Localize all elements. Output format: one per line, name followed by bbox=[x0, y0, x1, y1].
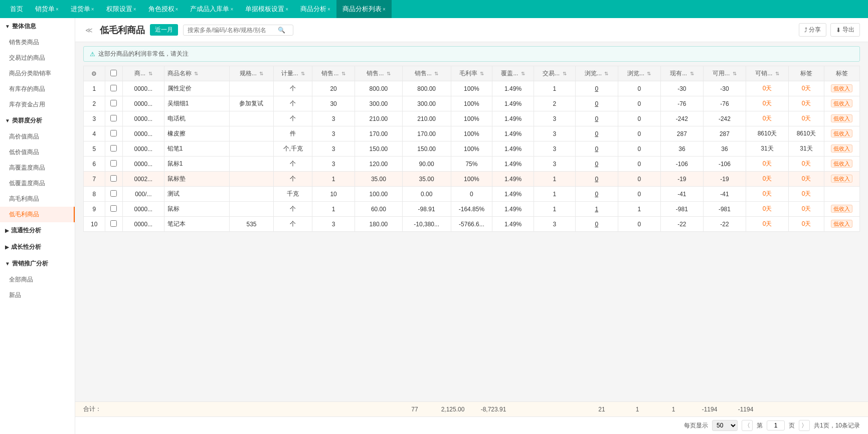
cell-browse1[interactable]: 0 bbox=[575, 141, 618, 157]
th-spec[interactable]: 规格... ⇅ bbox=[229, 66, 274, 81]
th-browse1[interactable]: 浏览... ⇅ bbox=[575, 66, 618, 81]
nav-sales[interactable]: 销货单 × bbox=[29, 0, 65, 18]
th-trade[interactable]: 交易... ⇅ bbox=[534, 66, 575, 81]
row-checkbox[interactable] bbox=[110, 100, 117, 106]
cell-browse1[interactable]: 0 bbox=[575, 126, 618, 141]
row-checkbox[interactable] bbox=[110, 220, 117, 227]
filter-period-button[interactable]: 近一月 bbox=[150, 24, 178, 36]
th-gross[interactable]: 毛利率 ⇅ bbox=[451, 66, 492, 81]
cell-checkbox[interactable] bbox=[105, 96, 122, 111]
sidebar-item-high-coverage[interactable]: 高覆盖度商品 bbox=[0, 160, 75, 176]
nav-goods-analysis[interactable]: 商品分析 × bbox=[294, 0, 336, 18]
row-checkbox[interactable] bbox=[110, 190, 117, 197]
nav-close-product-entry[interactable]: × bbox=[230, 7, 233, 12]
nav-close-permission[interactable]: × bbox=[133, 7, 136, 12]
search-input[interactable] bbox=[188, 27, 278, 34]
sidebar-item-new-goods[interactable]: 新品 bbox=[0, 287, 75, 303]
th-checkbox[interactable] bbox=[105, 66, 122, 81]
search-icon[interactable]: 🔍 bbox=[278, 27, 285, 34]
row-checkbox[interactable] bbox=[110, 145, 117, 152]
th-browse2[interactable]: 浏览... ⇅ bbox=[618, 66, 660, 81]
browse1-link[interactable]: 0 bbox=[595, 176, 598, 183]
nav-home[interactable]: 首页 bbox=[4, 0, 29, 18]
sidebar-item-low-coverage[interactable]: 低覆盖度商品 bbox=[0, 176, 75, 191]
sidebar-item-category-rate[interactable]: 商品分类助销率 bbox=[0, 66, 75, 81]
th-days[interactable]: 标签 bbox=[789, 66, 824, 81]
row-checkbox[interactable] bbox=[110, 175, 117, 182]
th-sale3[interactable]: 销售... ⇅ bbox=[402, 66, 451, 81]
cell-checkbox[interactable] bbox=[105, 202, 122, 217]
browse1-link[interactable]: 0 bbox=[595, 85, 598, 92]
browse1-link[interactable]: 0 bbox=[595, 221, 598, 228]
th-cover[interactable]: 覆盖... ⇅ bbox=[492, 66, 534, 81]
nav-goods-analysis-list[interactable]: 商品分析列表 × bbox=[336, 0, 392, 18]
sidebar-item-low-value[interactable]: 低价值商品 bbox=[0, 144, 75, 160]
cell-browse1[interactable]: 0 bbox=[575, 157, 618, 172]
row-checkbox[interactable] bbox=[110, 85, 117, 91]
sidebar-item-stock-capital[interactable]: 库存资金占用 bbox=[0, 97, 75, 112]
th-avail[interactable]: 可用... ⇅ bbox=[703, 66, 746, 81]
export-button[interactable]: ⬇ 导出 bbox=[830, 23, 860, 37]
sidebar-item-sales-goods[interactable]: 销售类商品 bbox=[0, 35, 75, 50]
select-all-checkbox[interactable] bbox=[110, 70, 117, 76]
sidebar-item-low-gross[interactable]: 低毛利商品 bbox=[0, 207, 75, 222]
row-checkbox[interactable] bbox=[110, 205, 117, 212]
sidebar-group-cluster-title[interactable]: ▼ 类群度分析 bbox=[0, 112, 75, 129]
cell-browse1[interactable]: 0 bbox=[575, 217, 618, 232]
browse1-link[interactable]: 0 bbox=[595, 161, 598, 168]
page-size-select[interactable]: 50 20 100 bbox=[712, 420, 738, 431]
sidebar-collapse-button[interactable]: ≪ bbox=[83, 26, 95, 34]
nav-close-role[interactable]: × bbox=[176, 7, 179, 12]
row-checkbox[interactable] bbox=[110, 160, 117, 167]
cell-checkbox[interactable] bbox=[105, 187, 122, 202]
cell-checkbox[interactable] bbox=[105, 217, 122, 232]
cell-checkbox[interactable] bbox=[105, 172, 122, 187]
th-name[interactable]: 商品名称 ⇅ bbox=[164, 66, 229, 81]
nav-close-template[interactable]: × bbox=[285, 7, 288, 12]
sidebar-group-overall-title[interactable]: ▼ 整体信息 bbox=[0, 18, 75, 35]
nav-permission[interactable]: 权限设置 × bbox=[100, 0, 142, 18]
th-settings[interactable]: ⚙ bbox=[84, 66, 105, 81]
th-code[interactable]: 商... ⇅ bbox=[122, 66, 164, 81]
sidebar-item-traded-goods[interactable]: 交易过的商品 bbox=[0, 50, 75, 66]
cell-checkbox[interactable] bbox=[105, 141, 122, 157]
cell-browse1[interactable]: 0 bbox=[575, 81, 618, 96]
sidebar-item-high-value[interactable]: 高价值商品 bbox=[0, 129, 75, 144]
nav-close-sales[interactable]: × bbox=[56, 7, 59, 12]
browse1-link[interactable]: 0 bbox=[595, 115, 598, 122]
th-tag[interactable]: 标签 bbox=[824, 66, 859, 81]
next-page-button[interactable]: 〉 bbox=[799, 420, 810, 431]
sidebar-item-all-goods[interactable]: 全部商品 bbox=[0, 272, 75, 287]
cell-checkbox[interactable] bbox=[105, 81, 122, 96]
browse1-link[interactable]: 0 bbox=[595, 191, 598, 198]
nav-close-goods-analysis[interactable]: × bbox=[327, 7, 330, 12]
browse1-link[interactable]: 0 bbox=[595, 100, 598, 107]
th-sale2[interactable]: 销售... ⇅ bbox=[355, 66, 403, 81]
page-number-input[interactable] bbox=[767, 420, 785, 430]
cell-browse1[interactable]: 0 bbox=[575, 111, 618, 126]
share-button[interactable]: ⤴ 分享 bbox=[799, 23, 826, 37]
browse1-link[interactable]: 0 bbox=[595, 146, 598, 153]
nav-close-goods-analysis-list[interactable]: × bbox=[383, 7, 386, 12]
th-unit[interactable]: 计量... ⇅ bbox=[274, 66, 312, 81]
row-checkbox[interactable] bbox=[110, 115, 117, 121]
cell-checkbox[interactable] bbox=[105, 126, 122, 141]
sidebar-group-marketing-title[interactable]: ▼ 营销推广分析 bbox=[0, 255, 75, 272]
nav-role[interactable]: 角色授权 × bbox=[142, 0, 185, 18]
th-sellable[interactable]: 可销... ⇅ bbox=[746, 66, 789, 81]
cell-checkbox[interactable] bbox=[105, 157, 122, 172]
settings-icon[interactable]: ⚙ bbox=[91, 70, 97, 77]
sidebar-item-high-gross[interactable]: 高毛利商品 bbox=[0, 191, 75, 207]
browse1-link[interactable]: 0 bbox=[595, 130, 598, 137]
nav-close-purchase[interactable]: × bbox=[91, 7, 94, 12]
th-sale1[interactable]: 销售... ⇅ bbox=[312, 66, 355, 81]
cell-browse1[interactable]: 0 bbox=[575, 172, 618, 187]
cell-checkbox[interactable] bbox=[105, 111, 122, 126]
row-checkbox[interactable] bbox=[110, 130, 117, 136]
sidebar-item-stock-goods[interactable]: 有库存的商品 bbox=[0, 81, 75, 97]
nav-purchase[interactable]: 进货单 × bbox=[65, 0, 100, 18]
browse1-link[interactable]: 1 bbox=[595, 206, 598, 213]
cell-browse1[interactable]: 1 bbox=[575, 202, 618, 217]
sidebar-group-flow-title[interactable]: ▶ 流通性分析 bbox=[0, 222, 75, 239]
cell-browse1[interactable]: 0 bbox=[575, 96, 618, 111]
